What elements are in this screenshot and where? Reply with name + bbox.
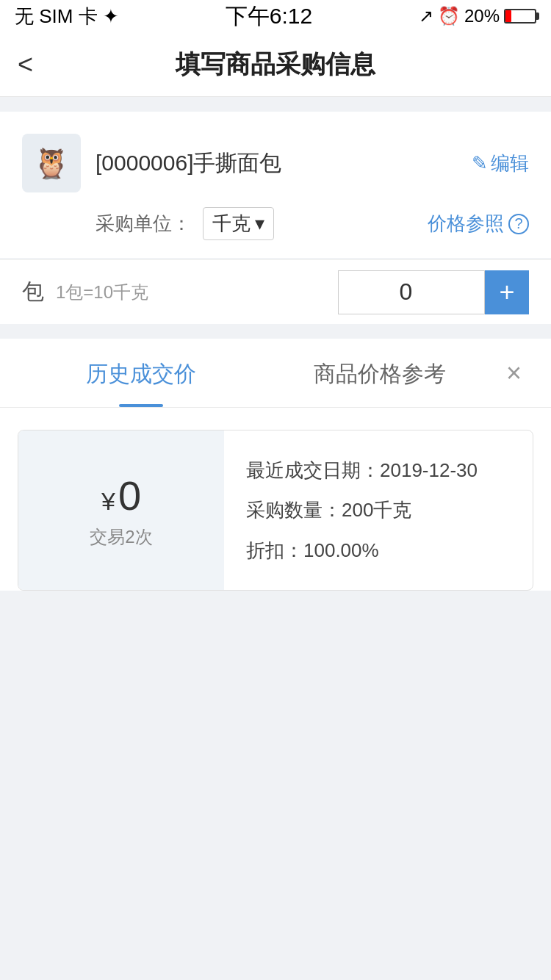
product-header: 🦉 [0000006]手撕面包 ✎ 编辑 <box>22 134 529 192</box>
price-discount-row: 折扣：100.00% <box>246 537 511 563</box>
price-ref-label: 价格参照 <box>428 211 504 237</box>
price-ref-button[interactable]: 价格参照 ? <box>428 211 529 237</box>
discount-label: 折扣： <box>246 539 303 561</box>
unit-select[interactable]: 千克 ▾ <box>203 207 274 240</box>
date-label: 最近成交日期： <box>246 459 380 481</box>
price-qty-row: 采购数量：200千克 <box>246 497 511 523</box>
product-card: 🦉 [0000006]手撕面包 ✎ 编辑 采购单位： 千克 ▾ 价格参照 ? <box>0 112 551 258</box>
price-left-panel: ¥0 交易2次 <box>18 430 224 590</box>
quantity-input[interactable] <box>338 270 485 314</box>
nav-bar: < 填写商品采购信息 <box>0 32 551 97</box>
price-value: 0 <box>118 472 141 519</box>
owl-icon: 🦉 <box>33 146 70 181</box>
dropdown-icon: ▾ <box>255 212 264 235</box>
price-currency: ¥ <box>101 487 115 515</box>
product-left: 🦉 [0000006]手撕面包 <box>22 134 281 192</box>
product-icon: 🦉 <box>22 134 81 192</box>
tab-history-price[interactable]: 历史成交价 <box>22 339 260 407</box>
package-sub: 1包=10千克 <box>56 281 338 304</box>
unit-value: 千克 <box>212 211 251 237</box>
product-name: [0000006]手撕面包 <box>96 148 281 179</box>
date-value: 2019-12-30 <box>380 459 478 481</box>
location-icon: ↗ <box>419 6 433 26</box>
qty-value: 200千克 <box>342 499 411 521</box>
bottom-panel: 历史成交价 商品价格参考 × ¥0 交易2次 最近成交日期：2019-12-30… <box>0 339 551 591</box>
price-amount: ¥0 <box>101 472 141 519</box>
product-unit-row: 采购单位： 千克 ▾ 价格参照 ? <box>22 207 529 240</box>
back-button[interactable]: < <box>18 49 33 80</box>
sim-label: 无 SIM 卡 ✦ <box>15 4 119 29</box>
battery-percent: 20% <box>464 6 500 26</box>
status-left: 无 SIM 卡 ✦ <box>15 4 119 29</box>
tab-price-reference[interactable]: 商品价格参考 <box>260 339 498 407</box>
discount-value: 100.00% <box>303 539 379 561</box>
unit-group: 采购单位： 千克 ▾ <box>96 207 274 240</box>
quantity-row: 包 1包=10千克 + <box>0 259 551 324</box>
price-date-row: 最近成交日期：2019-12-30 <box>246 457 511 483</box>
status-right: ↗ ⏰ 20% <box>419 6 536 26</box>
status-time: 下午6:12 <box>226 1 312 32</box>
page-title: 填写商品采购信息 <box>176 48 375 82</box>
edit-icon: ✎ <box>472 152 488 175</box>
edit-button[interactable]: ✎ 编辑 <box>472 151 529 176</box>
quantity-input-group: + <box>338 270 529 314</box>
alarm-icon: ⏰ <box>438 6 460 26</box>
help-icon: ? <box>508 214 529 234</box>
tabs: 历史成交价 商品价格参考 × <box>0 339 551 408</box>
edit-label: 编辑 <box>491 151 529 176</box>
battery-icon <box>504 9 536 24</box>
unit-label: 采购单位： <box>96 212 191 234</box>
price-right-panel: 最近成交日期：2019-12-30 采购数量：200千克 折扣：100.00% <box>224 430 533 590</box>
battery-fill <box>505 10 511 22</box>
price-card: ¥0 交易2次 最近成交日期：2019-12-30 采购数量：200千克 折扣：… <box>18 430 533 591</box>
qty-label: 采购数量： <box>246 499 342 521</box>
package-label: 包 <box>22 277 44 307</box>
tab-close-button[interactable]: × <box>499 358 529 389</box>
quantity-plus-button[interactable]: + <box>485 270 529 314</box>
status-bar: 无 SIM 卡 ✦ 下午6:12 ↗ ⏰ 20% <box>0 0 551 32</box>
price-trades: 交易2次 <box>90 525 152 549</box>
